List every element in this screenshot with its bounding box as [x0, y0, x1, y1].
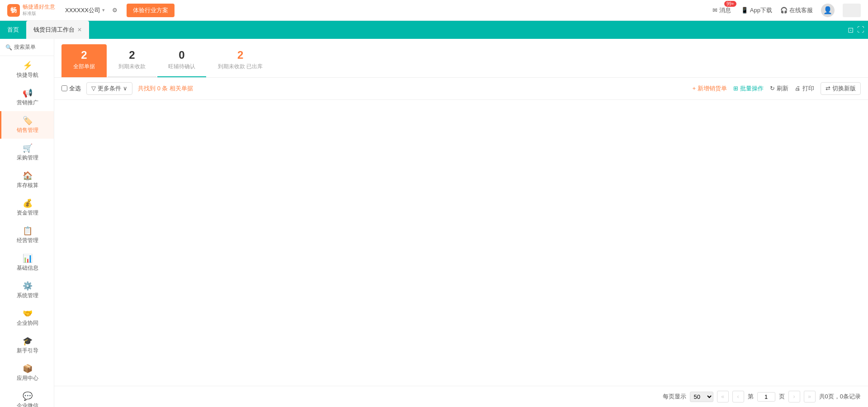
print-btn[interactable]: 🖨 打印 [795, 84, 814, 93]
search-icon: 🔍 [5, 44, 12, 51]
sidebar-item-base-info[interactable]: 📊 基础信息 [0, 249, 54, 276]
status-cards: 2 全部单据 2 到期未收款 0 旺辅待确认 2 到期未收款 已出库 [54, 39, 868, 78]
found-unit: 条 [162, 85, 168, 92]
tab-fullscreen-icon[interactable]: ⛶ [857, 26, 864, 34]
toolbar-right: + 新增销货单 ⊞ 批量操作 ↻ 刷新 🖨 打印 ⇄ 切换新版 [692, 82, 861, 95]
experience-btn[interactable]: 体验行业方案 [127, 4, 175, 17]
sidebar-search[interactable]: 🔍 搜索菜单 [0, 39, 54, 56]
sidebar-item-sales[interactable]: 🏷️ 销售管理 [0, 111, 54, 139]
messages-action[interactable]: ✉ 消息 99+ [711, 5, 733, 16]
messages-badge: 99+ [724, 1, 736, 7]
page-number-input[interactable] [757, 392, 775, 402]
operations-icon: 📋 [23, 227, 33, 235]
sidebar-item-operations[interactable]: 📋 经营管理 [0, 221, 54, 249]
base-info-icon: 📊 [23, 254, 33, 262]
card-wangfu[interactable]: 0 旺辅待确认 [157, 44, 206, 77]
tabbar-actions: ⊡ ⛶ [848, 26, 868, 34]
sidebar-item-marketing[interactable]: 📢 营销推广 [0, 84, 54, 111]
switch-icon: ⇄ [826, 85, 830, 92]
print-icon: 🖨 [795, 85, 801, 92]
sidebar-item-finance[interactable]: 💰 资金管理 [0, 194, 54, 221]
card-wangfu-num: 0 [179, 49, 184, 62]
print-label: 打印 [802, 84, 814, 93]
prev-page-btn[interactable]: ‹ [732, 391, 744, 402]
sidebar-label-sales: 销售管理 [17, 126, 38, 134]
filter-chevron-icon: ∨ [123, 85, 127, 92]
pagination: 每页显示 50 10 20 100 « ‹ 第 页 › » 共0页，0条记录 [54, 386, 868, 407]
sidebar: 🔍 搜索菜单 ⚡ 快捷导航 📢 营销推广 🏷️ 销售管理 🛒 采购管理 🏠 库存… [0, 39, 54, 407]
settings-button[interactable]: ⚙ [108, 4, 121, 17]
search-label: 搜索菜单 [14, 43, 36, 51]
sidebar-label-purchase: 采购管理 [17, 154, 38, 162]
sidebar-label-finance: 资金管理 [17, 209, 38, 217]
marketing-icon: 📢 [23, 89, 33, 97]
sidebar-label-quick-nav: 快捷导航 [17, 71, 38, 79]
tab-home[interactable]: 首页 [0, 21, 26, 39]
sidebar-item-enterprise[interactable]: 🤝 企业协同 [0, 304, 54, 332]
select-all-label: 全选 [69, 84, 81, 93]
card-shipped[interactable]: 2 到期未收款 已出库 [207, 44, 274, 77]
tab-workspace[interactable]: 钱货日清工作台 ✕ [26, 21, 89, 39]
logo-icon: 畅 [7, 4, 20, 17]
toolbar: 全选 ▽ 更多条件 ∨ 共找到 0 条 相关单据 + 新增销货单 ⊞ [54, 78, 868, 100]
system-icon: ⚙️ [23, 282, 33, 290]
sidebar-item-system[interactable]: ⚙️ 系统管理 [0, 276, 54, 304]
avatar[interactable]: 👤 [821, 4, 835, 17]
refresh-btn[interactable]: ↻ 刷新 [770, 84, 788, 93]
sidebar-label-inventory: 库存核算 [17, 182, 38, 189]
tab-close-icon[interactable]: ✕ [77, 27, 82, 33]
card-shipped-num: 2 [237, 49, 243, 62]
wechat-icon: 💬 [23, 392, 33, 400]
logo-sub: 标准版 [23, 10, 55, 17]
sidebar-item-purchase[interactable]: 🛒 采购管理 [0, 139, 54, 166]
batch-btn[interactable]: ⊞ 批量操作 [733, 84, 764, 93]
next-page-btn[interactable]: › [788, 391, 800, 402]
batch-icon: ⊞ [733, 85, 738, 92]
tab-restore-icon[interactable]: ⊡ [848, 26, 854, 34]
sidebar-item-wechat[interactable]: 💬 企业微信 [0, 387, 54, 407]
related-label: 相关单据 [170, 85, 193, 92]
service-icon: 🎧 [780, 7, 788, 14]
card-overdue-num: 2 [129, 49, 135, 62]
switch-version-btn[interactable]: ⇄ 切换新版 [821, 82, 861, 95]
found-text: 共找到 0 条 相关单据 [138, 84, 193, 93]
first-page-btn[interactable]: « [717, 391, 729, 402]
sidebar-label-guide: 新手引导 [17, 347, 38, 355]
sidebar-item-app-center[interactable]: 📦 应用中心 [0, 359, 54, 387]
card-all[interactable]: 2 全部单据 [61, 44, 107, 77]
sidebar-label-base-info: 基础信息 [17, 264, 38, 272]
company-name: XXXXXX公司 [65, 6, 100, 14]
user-name-area[interactable] [843, 4, 861, 17]
tabbar: 首页 钱货日清工作台 ✕ ⊡ ⛶ [0, 21, 868, 39]
app-download-action[interactable]: 📱 App下载 [741, 6, 772, 14]
topbar: 畅 畅捷通好生意 标准版 XXXXXX公司 ▾ ⚙ 体验行业方案 ✉ 消息 99… [0, 0, 868, 21]
sidebar-item-guide[interactable]: 🎓 新手引导 [0, 332, 54, 359]
logo-text: 畅捷通好生意 [23, 4, 55, 11]
card-overdue[interactable]: 2 到期未收款 [108, 44, 156, 77]
card-wangfu-label: 旺辅待确认 [168, 63, 195, 70]
tab-workspace-label: 钱货日清工作台 [33, 26, 75, 34]
total-label: 共0页，0条记录 [819, 393, 861, 401]
plus-icon: + [692, 85, 696, 92]
last-page-btn[interactable]: » [804, 391, 816, 402]
download-icon: 📱 [741, 7, 748, 14]
message-icon: ✉ [712, 7, 717, 14]
app-center-icon: 📦 [23, 365, 33, 373]
card-all-label: 全部单据 [73, 63, 95, 70]
app-logo: 畅 畅捷通好生意 标准版 [7, 4, 61, 17]
new-order-btn[interactable]: + 新增销货单 [692, 84, 727, 93]
sidebar-item-inventory[interactable]: 🏠 库存核算 [0, 166, 54, 194]
filter-button[interactable]: ▽ 更多条件 ∨ [86, 82, 132, 95]
select-all-checkbox[interactable]: 全选 [61, 84, 81, 93]
refresh-icon: ↻ [770, 85, 775, 92]
finance-icon: 💰 [23, 199, 33, 207]
per-page-select[interactable]: 50 10 20 100 [690, 392, 713, 402]
online-service-action[interactable]: 🎧 在线客服 [780, 6, 813, 14]
card-overdue-label: 到期未收款 [118, 63, 146, 70]
sidebar-item-quick-nav[interactable]: ⚡ 快捷导航 [0, 56, 54, 84]
select-all-input[interactable] [61, 85, 67, 91]
company-selector[interactable]: XXXXXX公司 ▾ [65, 6, 105, 14]
inventory-icon: 🏠 [23, 172, 33, 180]
main-content: 2 全部单据 2 到期未收款 0 旺辅待确认 2 到期未收款 已出库 全选 [54, 39, 868, 407]
refresh-label: 刷新 [777, 84, 788, 93]
